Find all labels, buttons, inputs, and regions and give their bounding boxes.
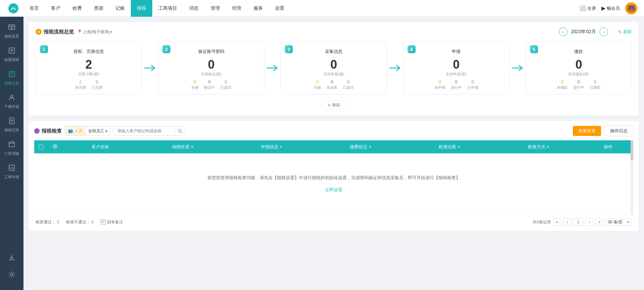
page-size-select[interactable]: 30 条/页 50 条/页 100 条/页 (605, 219, 632, 225)
check-result-header[interactable]: 检查结果 ▼ (405, 140, 494, 153)
flow-card-header: + 报税流程总览 📍 上海(电子税局) ▾ ‹ 2023年02月 › ↻ 刷新 (36, 27, 632, 36)
step-stats-1: 2 未完善 0 已完善 (43, 79, 135, 90)
staff-icon: 👥 (68, 129, 73, 133)
stat-fail-3: 0 失败 (314, 79, 321, 90)
sidebar-bottom (0, 250, 23, 290)
personal-tax-icon (8, 94, 15, 103)
report-status-header[interactable]: 申报状态 ▼ (227, 140, 316, 153)
search-input[interactable] (114, 129, 174, 133)
sidebar-item-annual-report[interactable]: 工商年报 (0, 161, 23, 183)
checkbox-header[interactable] (34, 140, 48, 153)
member-btn[interactable]: ▶ 畅会员 (601, 5, 620, 11)
step-sub-label-1: 总客户数(家) (43, 72, 135, 77)
step-num-5: 5 (530, 45, 538, 53)
prev-month-button[interactable]: ‹ (559, 27, 568, 36)
staff-filter-right[interactable]: 全部员工 ▾ (86, 126, 110, 136)
app-logo[interactable] (3, 3, 23, 14)
step-title-2: 验证账号密码 (165, 49, 257, 55)
step-num-3: 3 (285, 45, 293, 53)
sidebar-item-settings[interactable] (0, 268, 23, 283)
nav-business[interactable]: 工商项目 (152, 0, 183, 17)
prev-page-button[interactable]: ‹ (563, 218, 571, 226)
tax-type-header[interactable]: 纳税性质 ▼ (139, 140, 227, 153)
purple-circle-icon (34, 128, 40, 134)
nav-right: ⬜ 全屏 ▶ 畅会员 🐻 (579, 2, 641, 14)
sidebar-item-download[interactable] (0, 250, 23, 266)
first-page-button[interactable]: « (553, 218, 561, 226)
gear-icon (8, 271, 15, 280)
staff-filter[interactable]: 👥 人员 全部员工 ▾ (65, 126, 110, 136)
collapse-button[interactable]: ∧ 收起 (321, 100, 347, 110)
location-selector[interactable]: 📍 上海(电子税局) ▾ (77, 29, 112, 35)
note-filter: 囧 囧有备注 (100, 219, 123, 225)
filter-icon-check-method: ▼ (546, 145, 550, 149)
step-stats-5: 0 未缴款 0 进行中 0 已缴款 (533, 79, 625, 90)
scrollbar-thumb[interactable] (631, 140, 633, 160)
last-page-button[interactable]: » (595, 218, 603, 226)
nav-fee[interactable]: 收费 (66, 0, 88, 17)
stat-success-2: 0 已成功 (220, 79, 231, 90)
nav-service[interactable]: 服务 (248, 0, 269, 17)
stat-lbl-fail-2: 失败 (191, 85, 199, 90)
step-stats-3: 0 失败 0 未采集 0 已成功 (287, 79, 380, 90)
sidebar-item-settlement[interactable]: 汇算清缴 (0, 137, 23, 159)
stat-val-verifying: 0 (208, 79, 211, 84)
chevron-down-icon: ▾ (110, 30, 112, 34)
settings-header[interactable] (48, 140, 62, 153)
svg-line-27 (181, 132, 182, 133)
step-arrow-4 (509, 42, 526, 94)
nav-settings[interactable]: 设置 (269, 0, 290, 17)
customer-name-header[interactable]: 客户名称 (62, 140, 139, 153)
table-footer: 检查通过： 0 检查不通过： 0 囧 囧有备注 共0条记录 « ‹ 1 › » … (34, 214, 633, 226)
sidebar-item-tax-settings[interactable]: 报税设置 (0, 20, 23, 42)
nav-message[interactable]: 消息 (183, 0, 205, 17)
step-title-1: 授权、完善信息 (43, 49, 135, 55)
location-icon: 📍 (77, 29, 82, 34)
svg-point-3 (11, 27, 13, 29)
next-month-button[interactable]: › (599, 27, 608, 36)
sidebar-item-tax-record[interactable]: 报税记录 (0, 114, 23, 136)
search-box (114, 126, 185, 136)
sidebar-item-batch-tax[interactable]: 批量报税 (0, 44, 23, 66)
flow-steps: 1 授权、完善信息 2 总客户数(家) 2 未完善 0 已完善 (36, 42, 632, 94)
refresh-button[interactable]: ↻ 刷新 (618, 29, 632, 35)
next-page-button[interactable]: › (585, 218, 593, 226)
pass-val[interactable]: 0 (57, 220, 59, 224)
svg-rect-17 (9, 142, 14, 147)
avatar[interactable]: 🐻 (625, 2, 637, 14)
fullscreen-btn[interactable]: ⬜ 全屏 (579, 5, 596, 11)
step-main-num-1: 2 (43, 57, 135, 72)
collapse-bar: ∧ 收起 (36, 98, 632, 110)
step-sub-label-5: 支持缴款(家) (533, 72, 625, 77)
staff-filter-left: 👥 人员 (65, 126, 86, 136)
filter-icon-tax-type: ▼ (191, 145, 194, 149)
sidebar-item-tax-overview[interactable]: 报税总览 (0, 67, 23, 89)
nav-operation[interactable]: 经营 (226, 0, 248, 17)
fail-val[interactable]: 0 (92, 220, 94, 224)
nav-invoice[interactable]: 票据 (88, 0, 109, 17)
nav-accounting[interactable]: 记账 (109, 0, 131, 17)
nav-customer[interactable]: 客户 (45, 0, 66, 17)
stat-reporting: 0 进行中 (451, 79, 462, 90)
step-stats-2: 0 失败 0 验证中 0 已成功 (165, 79, 257, 90)
sidebar-label-tax-settings: 报税设置 (4, 34, 19, 39)
batch-check-button[interactable]: 批量检查 (573, 126, 601, 136)
scrollbar-track[interactable] (631, 140, 633, 214)
setup-link[interactable]: 立即设置 (325, 187, 342, 192)
select-all-checkbox[interactable] (39, 145, 43, 149)
stat-success-3: 0 已成功 (343, 79, 354, 90)
tax-check-card: 报税检查 👥 人员 全部员工 ▾ 批量检查 操作日志 (29, 121, 639, 231)
nav-home[interactable]: 首页 (23, 0, 45, 17)
step-num-2: 2 (162, 45, 170, 53)
step-sub-label-4: 支持申报(家) (410, 72, 502, 77)
check-method-header[interactable]: 检查方式 ▼ (494, 140, 583, 153)
nav-tax[interactable]: 报税 (131, 0, 152, 17)
search-button[interactable] (174, 126, 185, 136)
nav-manage[interactable]: 管理 (205, 0, 226, 17)
pay-status-header[interactable]: 缴费状态 ▼ (316, 140, 405, 153)
step-num-4: 4 (408, 45, 416, 53)
table-empty-message: 若您想使用报税检查功能，请先在【报税设置】中进行报税的初始化设置，完成密码验证和… (34, 153, 633, 214)
sidebar-item-personal-tax[interactable]: 个税申报 (0, 90, 23, 113)
op-log-button[interactable]: 操作日志 (604, 126, 633, 136)
svg-point-0 (8, 3, 18, 13)
